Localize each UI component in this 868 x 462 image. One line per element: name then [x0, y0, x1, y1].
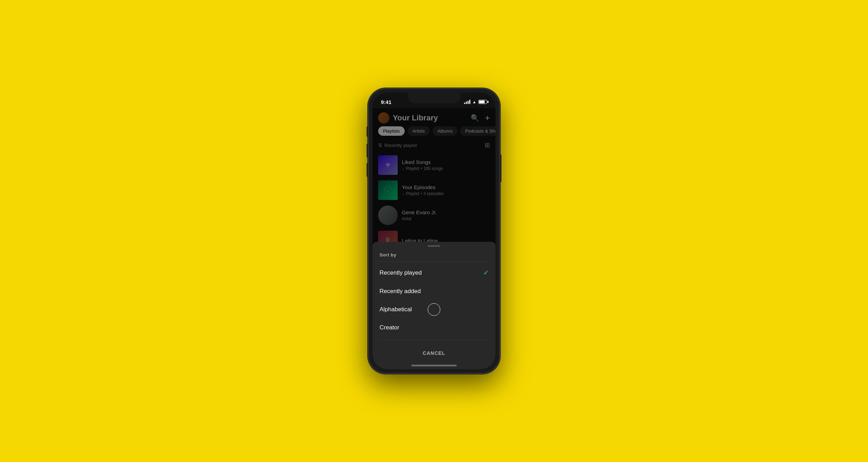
status-icons: ▲ — [464, 100, 487, 104]
sort-option-creator[interactable]: Creator — [373, 319, 495, 337]
sheet-handle — [428, 245, 440, 247]
cancel-button[interactable]: CANCEL — [380, 345, 488, 361]
sheet-cancel-divider — [380, 340, 488, 340]
phone-shell: 9:41 ▲ — [368, 88, 500, 374]
tap-circle — [428, 303, 440, 316]
checkmark-icon: ✓ — [483, 269, 488, 277]
phone-screen: 9:41 ▲ — [373, 93, 495, 369]
sort-option-label: Recently played — [380, 269, 422, 276]
cancel-label: CANCEL — [423, 350, 445, 356]
signal-icon — [464, 100, 470, 104]
sheet-title: Sort by — [373, 252, 495, 262]
sort-option-recently-played[interactable]: Recently played ✓ — [373, 263, 495, 282]
home-indicator — [411, 365, 457, 366]
status-time: 9:41 — [381, 99, 391, 105]
sheet-divider-top — [380, 262, 488, 262]
sort-option-alphabetical[interactable]: Alphabetical — [373, 300, 495, 319]
sort-option-recently-added[interactable]: Recently added — [373, 282, 495, 300]
sheet-cancel-area: CANCEL — [373, 337, 495, 361]
page-background: 9:41 ▲ — [0, 0, 868, 462]
phone-wrapper: 9:41 ▲ — [368, 88, 500, 374]
wifi-icon: ▲ — [472, 100, 476, 104]
notch — [408, 93, 460, 103]
sort-option-label: Alphabetical — [380, 306, 412, 313]
app-content: Your Library 🔍 + Playlists Artists Album… — [373, 108, 495, 369]
battery-icon — [478, 100, 487, 104]
bottom-sheet: Sort by Recently played ✓ Recently added — [373, 242, 495, 369]
sort-option-label: Creator — [380, 324, 399, 331]
sort-option-label: Recently added — [380, 288, 421, 295]
